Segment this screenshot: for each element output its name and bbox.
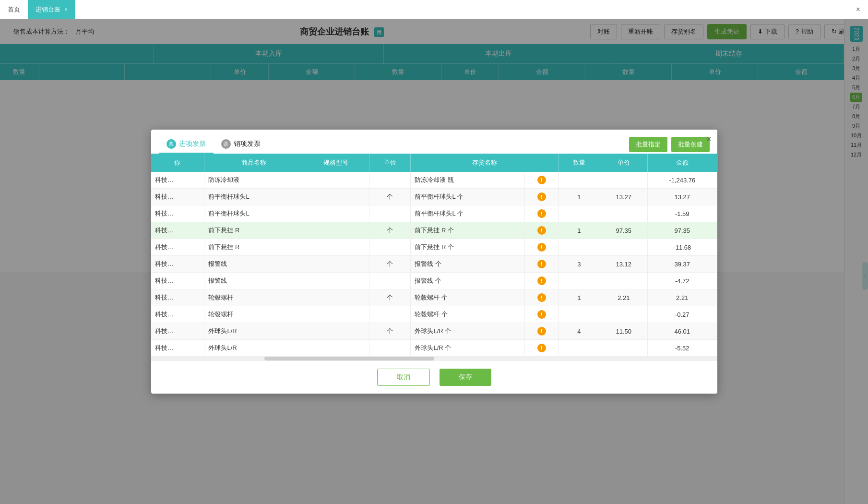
- modal-actions: 批量指定 批量创建: [629, 137, 710, 152]
- cell-price: 2.21: [600, 289, 647, 306]
- cell-qty: [559, 205, 600, 222]
- table-row: 科技… 报警线 报警线 个 ! -4.72: [151, 273, 717, 289]
- tab-close-icon[interactable]: ×: [64, 6, 68, 13]
- warn-icon: !: [537, 243, 546, 252]
- cell-price: [600, 306, 647, 323]
- cell-amount: 13.27: [648, 189, 717, 205]
- cell-stock: 外球头L/R 个: [411, 340, 525, 357]
- window-close-button[interactable]: ×: [848, 5, 868, 14]
- cell-stock: 前下悬挂 R 个: [411, 222, 525, 239]
- cell-company: 科技…: [151, 289, 204, 306]
- cell-spec: [303, 172, 369, 189]
- warn-icon: !: [537, 226, 546, 235]
- cell-warn: !: [525, 189, 559, 205]
- cell-warn: !: [525, 273, 559, 289]
- cell-unit: [369, 172, 411, 189]
- cell-warn: !: [525, 222, 559, 239]
- cell-amount: 2.21: [648, 289, 717, 306]
- table-row: 科技… 前平衡杆球头L 个 前平衡杆球头L 个 ! 1 13.27 13.27: [151, 189, 717, 205]
- cell-warn: !: [525, 205, 559, 222]
- save-button[interactable]: 保存: [440, 369, 491, 386]
- cell-qty: 1: [559, 222, 600, 239]
- cell-stock: 防冻冷却液 瓶: [411, 172, 525, 189]
- cell-stock: 前平衡杆球头L 个: [411, 205, 525, 222]
- warn-icon: !: [537, 310, 546, 319]
- modal-overlay: 票 进项发票 票 销项发票 批量指定 批量创建 × 你: [0, 19, 868, 504]
- cell-unit: [369, 273, 411, 289]
- cell-spec: [303, 222, 369, 239]
- cell-unit: [369, 239, 411, 256]
- cell-unit: 个: [369, 289, 411, 306]
- cell-price: [600, 239, 647, 256]
- th-product: 商品名称: [204, 154, 303, 172]
- table-row: 科技… 外球头L/R 个 外球头L/R 个 ! 4 11.50 46.01: [151, 323, 717, 340]
- cell-product: 轮毂螺杆: [204, 306, 303, 323]
- table-row: 科技… 报警线 个 报警线 个 ! 3 13.12 39.37: [151, 256, 717, 273]
- cell-unit: 个: [369, 323, 411, 340]
- cell-unit: [369, 306, 411, 323]
- th-company: 你: [151, 154, 204, 172]
- cell-unit: 个: [369, 189, 411, 205]
- cell-qty: [559, 273, 600, 289]
- cell-spec: [303, 256, 369, 273]
- tab-in-button[interactable]: 票 进项发票: [159, 135, 214, 154]
- cell-warn: !: [525, 172, 559, 189]
- tab-in-label: 进项发票: [179, 140, 206, 148]
- batch-create-button[interactable]: 批量创建: [671, 137, 710, 152]
- cell-amount: -1.59: [648, 205, 717, 222]
- cell-qty: [559, 306, 600, 323]
- modal-table: 你 商品名称 规格型号 单位 存货名称 数量 单价 金额 科技… 防冻冷却液: [151, 154, 717, 357]
- cell-company: 科技…: [151, 189, 204, 205]
- cell-amount: -4.72: [648, 273, 717, 289]
- cell-company: 科技…: [151, 222, 204, 239]
- table-row: 科技… 前平衡杆球头L 前平衡杆球头L 个 ! -1.59: [151, 205, 717, 222]
- cell-price: [600, 340, 647, 357]
- cell-spec: [303, 205, 369, 222]
- warn-icon: !: [537, 327, 546, 336]
- modal-footer: 取消 保存: [151, 360, 717, 394]
- cell-amount: -1,243.76: [648, 172, 717, 189]
- modal-scrollbar[interactable]: [151, 357, 717, 360]
- modal-table-wrapper[interactable]: 你 商品名称 规格型号 单位 存货名称 数量 单价 金额 科技… 防冻冷却液: [151, 154, 717, 357]
- cell-spec: [303, 239, 369, 256]
- cell-stock: 外球头L/R 个: [411, 323, 525, 340]
- top-bar: 首页 进销台账 × ×: [0, 0, 868, 19]
- cell-stock: 前平衡杆球头L 个: [411, 189, 525, 205]
- active-tab[interactable]: 进销台账 ×: [28, 0, 75, 19]
- modal-close-button[interactable]: ×: [706, 134, 712, 144]
- cell-amount: 46.01: [648, 323, 717, 340]
- batch-assign-button[interactable]: 批量指定: [629, 137, 667, 152]
- cell-stock: 报警线 个: [411, 273, 525, 289]
- cell-company: 科技…: [151, 323, 204, 340]
- th-spec: 规格型号: [303, 154, 369, 172]
- cell-spec: [303, 323, 369, 340]
- cell-qty: 1: [559, 189, 600, 205]
- cell-warn: !: [525, 340, 559, 357]
- cell-qty: [559, 172, 600, 189]
- cell-company: 科技…: [151, 239, 204, 256]
- cell-amount: 39.37: [648, 256, 717, 273]
- warn-icon: !: [537, 176, 546, 184]
- cell-warn: !: [525, 323, 559, 340]
- cell-spec: [303, 340, 369, 357]
- table-row: 科技… 前下悬挂 R 前下悬挂 R 个 ! -11.68: [151, 239, 717, 256]
- cell-company: 科技…: [151, 273, 204, 289]
- cell-price: 13.12: [600, 256, 647, 273]
- th-unit: 单位: [369, 154, 411, 172]
- cell-company: 科技…: [151, 340, 204, 357]
- tab-in-icon: 票: [166, 139, 176, 149]
- cancel-button[interactable]: 取消: [377, 369, 430, 386]
- cell-price: 97.35: [600, 222, 647, 239]
- cell-spec: [303, 189, 369, 205]
- table-row: 科技… 轮毂螺杆 轮毂螺杆 个 ! -0.27: [151, 306, 717, 323]
- modal-dialog: 票 进项发票 票 销项发票 批量指定 批量创建 × 你: [151, 130, 717, 394]
- home-tab[interactable]: 首页: [0, 0, 28, 19]
- warn-icon: !: [537, 293, 546, 302]
- cell-qty: 4: [559, 323, 600, 340]
- tab-out-button[interactable]: 票 销项发票: [214, 135, 268, 154]
- cell-qty: [559, 340, 600, 357]
- cell-amount: 97.35: [648, 222, 717, 239]
- th-qty: 数量: [559, 154, 600, 172]
- cell-company: 科技…: [151, 256, 204, 273]
- modal-scrollbar-thumb[interactable]: [264, 357, 434, 360]
